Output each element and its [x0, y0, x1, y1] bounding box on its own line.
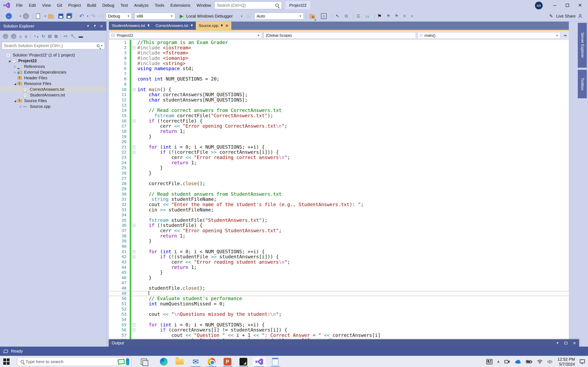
code-line[interactable]: 33 cin >> studentFileName;: [109, 207, 569, 213]
breakpoint-margin[interactable]: [109, 165, 114, 171]
tree-item-header-files[interactable]: Header Files: [0, 75, 106, 81]
code-line[interactable]: 35 fstream studentFile("StudentAnswers.t…: [109, 218, 569, 223]
code-line[interactable]: 38 return 1;: [109, 234, 569, 239]
breakpoint-margin[interactable]: [109, 45, 114, 50]
fold-toggle-icon[interactable]: −: [131, 150, 137, 155]
output-maximize-icon[interactable]: [564, 342, 567, 344]
fold-toggle-icon[interactable]: −: [131, 249, 137, 254]
navigate-cursor-icon[interactable]: ⧉: [345, 13, 348, 20]
code-text[interactable]: fstream correctFile("CorrectAnswers.txt"…: [137, 113, 273, 118]
code-text[interactable]: cerr << "Error opening StudentAnswers.tx…: [137, 228, 282, 234]
code-text[interactable]: [137, 291, 149, 296]
code-text[interactable]: cout << "\nQuestions missed by the stude…: [137, 312, 282, 317]
code-line[interactable]: 44 return 1;: [109, 265, 569, 270]
code-line[interactable]: 34: [109, 212, 569, 218]
code-line[interactable]: 30 // Read student answers from StudentA…: [109, 192, 569, 197]
code-line[interactable]: 3#include <fstream>: [109, 50, 569, 56]
code-line[interactable]: 21− for (int i = 0; i < NUM_QUESTIONS; +…: [109, 145, 569, 150]
breakpoint-margin[interactable]: [109, 202, 114, 207]
code-text[interactable]: //This program is an Exam Grader: [137, 40, 228, 45]
bookmark-toggle-icon[interactable]: ⚑: [377, 13, 382, 20]
code-text[interactable]: // Read correct answers from CorrectAnsw…: [137, 108, 282, 113]
breakpoint-margin[interactable]: [109, 108, 114, 113]
se-forward-icon[interactable]: →: [11, 34, 16, 39]
redo-button[interactable]: ↷: [91, 13, 95, 20]
tree-item-source-cpp[interactable]: ▷++Source.cpp: [0, 104, 106, 109]
fold-toggle-icon[interactable]: −: [131, 223, 137, 228]
menu-file[interactable]: File: [13, 2, 26, 9]
breakpoint-margin[interactable]: [109, 103, 114, 108]
se-home-icon[interactable]: ⌂: [19, 34, 22, 39]
breakpoint-margin[interactable]: [109, 82, 114, 87]
code-text[interactable]: #include <iomanip>: [137, 56, 188, 61]
code-text[interactable]: [137, 280, 138, 286]
news-widget-icon[interactable]: [486, 359, 493, 364]
taskbar-app-powerpoint[interactable]: P: [221, 357, 234, 366]
code-text[interactable]: #include <fstream>: [137, 50, 188, 56]
se-properties-icon[interactable]: 🔧: [70, 34, 76, 39]
code-text[interactable]: [137, 317, 138, 322]
code-text[interactable]: for (int i = 0; i < NUM_QUESTIONS; ++i) …: [137, 322, 265, 328]
code-text[interactable]: int main() {: [137, 87, 171, 92]
solution-configuration-select[interactable]: Debug▼: [106, 13, 132, 20]
start-button[interactable]: [3, 359, 10, 365]
code-line[interactable]: 27: [109, 176, 569, 181]
code-line[interactable]: 17 cerr << "Error opening CorrectAnswers…: [109, 124, 569, 129]
breakpoint-margin[interactable]: [109, 327, 114, 333]
search-options-dropdown[interactable]: ▼: [101, 44, 103, 47]
wifi-icon[interactable]: [537, 359, 543, 364]
code-line[interactable]: 48 studentFile.close();: [109, 286, 569, 291]
menu-build[interactable]: Build: [84, 2, 99, 9]
code-line[interactable]: 13: [109, 103, 569, 108]
breakpoint-margin[interactable]: [109, 186, 114, 192]
breakpoint-margin[interactable]: [109, 134, 114, 140]
breakpoint-margin[interactable]: [109, 296, 114, 301]
code-text[interactable]: cerr << "Error opening CorrectAnswers.tx…: [137, 124, 287, 129]
navigate-back-dropdown[interactable]: ▼: [10, 13, 21, 20]
fold-toggle-icon[interactable]: −: [131, 327, 137, 333]
code-text[interactable]: string studentFileName;: [137, 197, 217, 202]
save-all-button[interactable]: [67, 13, 71, 20]
code-text[interactable]: }: [137, 134, 151, 140]
menu-extensions[interactable]: Extensions: [167, 2, 193, 9]
code-text[interactable]: int numQuestionsMissed = 0;: [137, 301, 225, 307]
code-line[interactable]: 39 }: [109, 239, 569, 244]
home-window-icon[interactable]: ⌂: [321, 13, 327, 20]
tree-item-studentanswers-txt[interactable]: StudentAnswers.txt: [0, 92, 106, 98]
code-line[interactable]: 25 }: [109, 165, 569, 171]
expand-arrow-icon[interactable]: ◢: [7, 59, 12, 62]
tree-item-references[interactable]: ▷References: [0, 64, 106, 69]
breakpoint-margin[interactable]: [109, 50, 114, 56]
breakpoint-margin[interactable]: [109, 87, 114, 92]
tab-correctanswers-txt[interactable]: CorrectAnswers.txt: [153, 22, 196, 30]
code-line[interactable]: 56− if (correctAnswers[i] != studentAnsw…: [109, 327, 569, 333]
breakpoint-margin[interactable]: [109, 317, 114, 322]
code-text[interactable]: // Evaluate student's performance: [137, 296, 242, 301]
breakpoint-margin[interactable]: [109, 223, 114, 228]
code-line[interactable]: 7: [109, 71, 569, 77]
menu-view[interactable]: View: [39, 2, 54, 9]
code-text[interactable]: return 1;: [137, 129, 185, 134]
minimize-button[interactable]: ─: [548, 0, 561, 11]
code-line[interactable]: 20: [109, 139, 569, 145]
output-chevron-down-icon[interactable]: ▼: [556, 341, 559, 345]
code-text[interactable]: [137, 71, 138, 77]
bookmark-prev-icon[interactable]: ⚑: [386, 13, 390, 20]
code-line[interactable]: 43 cerr << "Error reading student answer…: [109, 259, 569, 265]
code-line[interactable]: 2−#include <iostream>: [109, 45, 569, 50]
menu-window[interactable]: Window: [193, 2, 214, 9]
find-in-files-icon[interactable]: [310, 13, 314, 20]
menu-project[interactable]: Project: [65, 2, 84, 9]
code-line[interactable]: 24 return 1;: [109, 160, 569, 166]
select-cursor-icon[interactable]: ↖: [336, 13, 339, 20]
code-line[interactable]: 12 char studentAnswers[NUM_QUESTIONS];: [109, 98, 569, 103]
run-dropdown[interactable]: ▼: [241, 13, 243, 20]
fold-toggle-icon[interactable]: −: [131, 87, 137, 92]
se-view-code-icon[interactable]: <>: [63, 34, 68, 38]
se-refresh-icon[interactable]: ↻: [42, 34, 45, 39]
breakpoint-margin[interactable]: [109, 322, 114, 328]
run-button[interactable]: Local Windows Debugger: [186, 13, 233, 20]
code-line[interactable]: 54: [109, 317, 569, 322]
undo-button[interactable]: ↶: [79, 13, 84, 20]
breakpoint-margin[interactable]: [109, 234, 114, 239]
